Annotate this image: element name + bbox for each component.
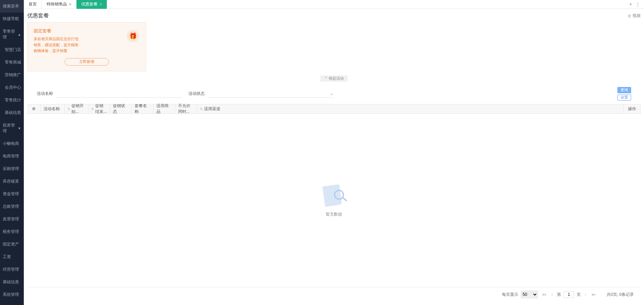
search-button[interactable]: 查询: [617, 87, 631, 93]
card-desc: 多款相关商品固定总价打包销售，赠送搭配，提升顾客购物体验，提升销量: [34, 36, 81, 54]
sidebar-item-enterprise[interactable]: 企业协同: [0, 301, 24, 305]
page-label-pre: 第: [557, 292, 561, 298]
sidebar-item-salary[interactable]: 工资: [0, 251, 24, 263]
filter-name-label: 活动名称: [37, 91, 53, 97]
sidebar-item-ecommerce[interactable]: 电商管理: [0, 150, 24, 163]
sidebar-item-tax[interactable]: 税务管理: [0, 225, 24, 238]
page-input[interactable]: [564, 291, 574, 298]
main-content: 首页 特殊销售品× 优惠套餐× × ⋮ 优惠套餐 ⊙视频 固定套餐 多款相关商品…: [24, 0, 644, 305]
fixed-package-card: 固定套餐 多款相关商品固定总价打包销售，赠送搭配，提升顾客购物体验，提升销量 🎁…: [27, 22, 146, 71]
sort-icon[interactable]: ⇅: [67, 107, 70, 111]
card-title: 固定套餐: [34, 28, 140, 34]
close-icon[interactable]: ×: [69, 2, 71, 7]
sidebar-item-xiaochang[interactable]: 小畅电商: [0, 137, 24, 150]
filter-row: 活动名称 活动状态 ⌄ 查询 设置: [27, 86, 641, 104]
tab-package[interactable]: 优惠套餐×: [77, 0, 107, 9]
gear-icon: ⚙: [32, 106, 36, 111]
sidebar-item-marketing[interactable]: 营销推广: [0, 69, 24, 81]
tabs-more-icon[interactable]: ⋮: [634, 1, 641, 7]
sort-icon[interactable]: ⇅: [200, 107, 203, 111]
col-disallow[interactable]: 不允许同时...: [175, 104, 197, 114]
sidebar-item-ledger[interactable]: 总账管理: [0, 200, 24, 213]
sidebar-item-retail-stats[interactable]: 零售统计: [0, 94, 24, 106]
chevron-up-icon: ▲: [18, 33, 21, 36]
sidebar-item-smart-store[interactable]: 智慧门店: [0, 44, 24, 56]
page-label-post: 页: [577, 292, 581, 298]
sidebar-item-basic-info-2[interactable]: 基础信息: [0, 276, 24, 288]
col-start[interactable]: ⇅促销开始...: [65, 104, 88, 114]
empty-text: 暂无数据: [326, 211, 342, 217]
close-icon[interactable]: ×: [100, 2, 102, 7]
col-action: 操作: [624, 104, 641, 114]
col-package-name[interactable]: 套餐名称: [132, 104, 154, 114]
last-page-button[interactable]: ⏭: [590, 292, 597, 297]
sidebar-item-retail-mall[interactable]: 零售商城: [0, 56, 24, 69]
first-page-button[interactable]: ⏮: [541, 292, 547, 297]
sidebar-item-basic-info[interactable]: 基础信息: [0, 106, 24, 119]
tab-special-sales[interactable]: 特殊销售品×: [42, 0, 77, 9]
filter-status-label: 活动状态: [188, 91, 205, 97]
per-page-label: 每页显示: [502, 292, 518, 298]
pagination: 每页显示 50 ⏮ ‹ 第 页 › ⏭ 共0页, 0条记录: [27, 287, 641, 302]
next-page-button[interactable]: ›: [583, 292, 588, 297]
per-page-select[interactable]: 50: [521, 291, 538, 298]
sidebar-wholesale-mgmt[interactable]: 批发管理▼: [0, 119, 24, 137]
settings-button[interactable]: 设置: [617, 95, 631, 101]
col-end[interactable]: ⇅促销结束...: [88, 104, 110, 114]
sidebar-item-invoice[interactable]: 发票管理: [0, 213, 24, 225]
collapse-activities-button[interactable]: ⌃ 收起活动: [320, 75, 348, 82]
sort-icon[interactable]: ⇅: [91, 107, 94, 111]
create-now-button[interactable]: 立即新增: [65, 58, 109, 66]
chevron-down-icon: ⌄: [330, 91, 333, 96]
sidebar-item-member-center[interactable]: 会员中心: [0, 81, 24, 94]
play-icon: ⊙: [628, 14, 631, 18]
column-settings-button[interactable]: ⚙: [27, 104, 41, 114]
col-activity-name[interactable]: 活动名称: [41, 104, 65, 114]
table-header: ⚙ 活动名称 ⇅促销开始... ⇅促销结束... 促销状态 套餐名称 适用商品 …: [27, 104, 641, 114]
sidebar-item-system[interactable]: 系统管理: [0, 288, 24, 301]
sidebar: 搜索菜单 快捷导航 零售管理▲ 智慧门店 零售商城 营销推广 会员中心 零售统计…: [0, 0, 24, 305]
col-channel[interactable]: ⇅适用渠道: [197, 104, 624, 114]
empty-state: 暂无数据: [27, 114, 641, 287]
activity-status-select[interactable]: ⌄: [207, 90, 333, 98]
prev-page-button[interactable]: ‹: [550, 292, 554, 297]
col-products[interactable]: 适用商品: [154, 104, 175, 114]
empty-icon: [320, 184, 348, 207]
sidebar-item-fixed-asset[interactable]: 固定资产: [0, 238, 24, 251]
tabs-close-all-icon[interactable]: ×: [628, 1, 633, 7]
double-chevron-up-icon: ⌃: [324, 76, 327, 81]
sidebar-search[interactable]: 搜索菜单: [0, 0, 24, 13]
activity-name-input[interactable]: [56, 90, 182, 98]
sidebar-item-fund[interactable]: 资金管理: [0, 188, 24, 200]
col-status[interactable]: 促销状态: [110, 104, 132, 114]
sidebar-item-inventory[interactable]: 库存核算: [0, 175, 24, 188]
sidebar-item-operation[interactable]: 经营管理: [0, 263, 24, 276]
video-link[interactable]: ⊙视频: [628, 13, 641, 19]
page-title: 优惠套餐: [27, 12, 49, 19]
sidebar-quick-nav[interactable]: 快捷导航: [0, 13, 24, 25]
sidebar-item-purchase[interactable]: 采购管理: [0, 163, 24, 175]
chevron-down-icon: ▼: [18, 126, 21, 130]
tab-home[interactable]: 首页: [24, 0, 42, 9]
gift-icon: 🎁: [127, 30, 139, 42]
table: ⚙ 活动名称 ⇅促销开始... ⇅促销结束... 促销状态 套餐名称 适用商品 …: [27, 104, 641, 287]
page-summary: 共0页, 0条记录: [607, 292, 634, 298]
tabs-bar: 首页 特殊销售品× 优惠套餐× × ⋮: [24, 0, 644, 9]
sidebar-retail-mgmt[interactable]: 零售管理▲: [0, 25, 24, 44]
